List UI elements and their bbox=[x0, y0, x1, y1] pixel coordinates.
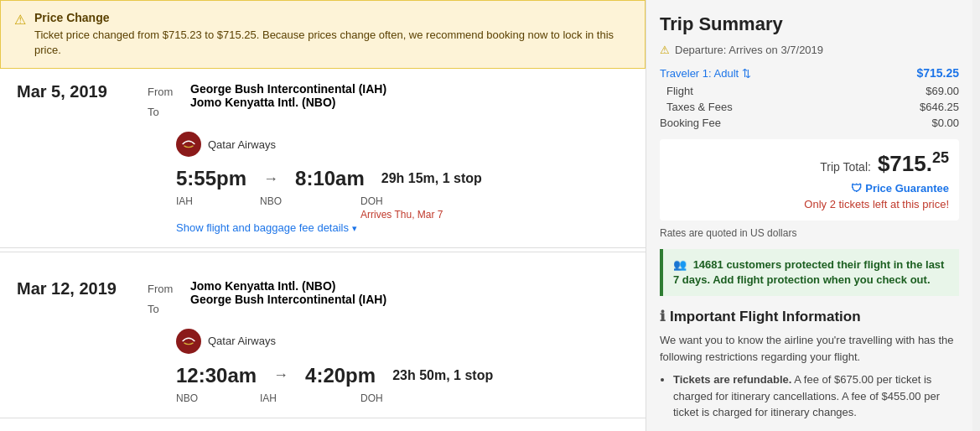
arrives-note-1: Arrives Thu, Mar 7 bbox=[360, 209, 443, 221]
important-bullet: Tickets are refundable. A fee of $675.00… bbox=[673, 371, 959, 421]
banner-title: Price Change bbox=[34, 11, 631, 24]
arrow-icon-2: → bbox=[273, 366, 288, 384]
stop-code-1: DOH bbox=[360, 195, 443, 207]
from-label-2: From bbox=[148, 279, 177, 299]
segment-2-date: Mar 12, 2019 bbox=[17, 279, 134, 299]
airline-logo-2 bbox=[176, 329, 201, 354]
route-info-1: George Bush Intercontinental (IAH) Jomo … bbox=[190, 82, 386, 109]
departure-warning-icon: ⚠ bbox=[660, 44, 670, 56]
flight-times-1: 5:55pm → 8:10am 29h 15m, 1 stop bbox=[176, 167, 629, 190]
price-guarantee-row: 🛡 Price Guarantee bbox=[670, 182, 949, 195]
route-to-2: George Bush Intercontinental (IAH) bbox=[190, 293, 386, 306]
from-label-1: From bbox=[148, 82, 177, 101]
info-icon: ℹ bbox=[660, 308, 665, 325]
protection-icon: 👥 bbox=[673, 258, 687, 271]
arrive-time-2: 4:20pm bbox=[305, 364, 376, 387]
airline-name-1: Qatar Airways bbox=[208, 138, 276, 151]
flight-segment-1: Mar 5, 2019 From To George Bush Intercon… bbox=[0, 69, 646, 248]
arrive-airport-1: NBO bbox=[260, 195, 344, 207]
traveler-row: Traveler 1: Adult ⇅ $715.25 bbox=[660, 66, 959, 80]
show-details-1[interactable]: Show flight and baggage fee details ▾ bbox=[176, 221, 357, 234]
price-guarantee-label: Price Guarantee bbox=[865, 182, 949, 195]
arrow-icon-1: → bbox=[263, 170, 278, 188]
stop-code-2: DOH bbox=[360, 392, 383, 404]
departure-info: ⚠ Departure: Arrives on 3/7/2019 bbox=[660, 44, 959, 56]
important-text: We want you to know the airline you're t… bbox=[660, 332, 959, 365]
booking-price: $0.00 bbox=[931, 117, 959, 129]
route-info-2: Jomo Kenyatta Intl. (NBO) George Bush In… bbox=[190, 279, 386, 306]
arrive-time-1: 8:10am bbox=[295, 167, 365, 190]
flight-fee-row: Flight $69.00 bbox=[660, 85, 959, 97]
airport-codes-1: IAH NBO DOH Arrives Thu, Mar 7 bbox=[176, 195, 629, 221]
total-amount: $715.25 bbox=[878, 149, 949, 177]
flight-price: $69.00 bbox=[926, 85, 959, 97]
airport-codes-2: NBO IAH DOH bbox=[176, 392, 629, 404]
tickets-left: Only 2 tickets left at this price! bbox=[670, 198, 949, 210]
warning-icon: ⚠ bbox=[14, 12, 26, 28]
important-title: ℹ Important Flight Information bbox=[660, 308, 959, 325]
depart-time-1: 5:55pm bbox=[176, 167, 246, 190]
airline-name-2: Qatar Airways bbox=[208, 335, 276, 347]
segment-1-date: Mar 5, 2019 bbox=[17, 82, 134, 101]
flight-times-2: 12:30am → 4:20pm 23h 50m, 1 stop bbox=[176, 364, 629, 387]
stop-airport-1: DOH Arrives Thu, Mar 7 bbox=[360, 195, 443, 221]
important-section: ℹ Important Flight Information We want y… bbox=[660, 308, 959, 421]
depart-time-2: 12:30am bbox=[176, 364, 257, 387]
sort-icon: ⇅ bbox=[742, 67, 751, 80]
banner-text: Ticket price changed from $715.23 to $71… bbox=[34, 28, 631, 58]
protection-banner: 👥 14681 customers protected their flight… bbox=[660, 249, 959, 296]
airline-logo-1 bbox=[176, 132, 201, 157]
shield-icon: 🛡 bbox=[851, 182, 862, 195]
taxes-price: $646.25 bbox=[920, 101, 959, 113]
total-row: Trip Total: $715.25 bbox=[670, 149, 949, 177]
booking-label: Booking Fee bbox=[660, 117, 721, 129]
route-from-1: George Bush Intercontinental (IAH) bbox=[190, 82, 386, 96]
depart-airport-2: NBO bbox=[176, 392, 243, 404]
stop-airport-2: DOH bbox=[360, 392, 383, 404]
important-list: Tickets are refundable. A fee of $675.00… bbox=[660, 371, 959, 421]
taxes-label: Taxes & Fees bbox=[666, 101, 733, 113]
flight-label: Flight bbox=[666, 85, 693, 97]
route-to-1: Jomo Kenyatta Intl. (NBO) bbox=[190, 96, 386, 109]
from-to-labels-2: From To bbox=[148, 279, 177, 319]
traveler-label: Traveler 1: Adult ⇅ bbox=[660, 67, 751, 80]
total-section: Trip Total: $715.25 🛡 Price Guarantee On… bbox=[660, 139, 959, 221]
route-from-2: Jomo Kenyatta Intl. (NBO) bbox=[190, 279, 386, 293]
trip-summary-sidebar: Trip Summary ⚠ Departure: Arrives on 3/7… bbox=[646, 0, 972, 431]
price-change-banner: ⚠ Price Change Ticket price changed from… bbox=[0, 0, 646, 69]
total-label: Trip Total: bbox=[820, 160, 871, 174]
to-label-2: To bbox=[148, 299, 177, 319]
duration-2: 23h 50m, 1 stop bbox=[392, 368, 493, 383]
airline-row-1: Qatar Airways bbox=[176, 132, 629, 157]
to-label-1: To bbox=[148, 102, 177, 122]
taxes-fee-row: Taxes & Fees $646.25 bbox=[660, 101, 959, 113]
traveler-price: $715.25 bbox=[916, 66, 959, 80]
flight-segment-2: Mar 12, 2019 From To Jomo Kenyatta Intl.… bbox=[0, 266, 646, 418]
duration-1: 29h 15m, 1 stop bbox=[381, 171, 482, 186]
booking-fee-row: Booking Fee $0.00 bbox=[660, 117, 959, 129]
sidebar-title: Trip Summary bbox=[660, 13, 959, 35]
airline-row-2: Qatar Airways bbox=[176, 329, 629, 354]
rates-note: Rates are quoted in US dollars bbox=[660, 227, 959, 239]
from-to-labels-1: From To bbox=[148, 82, 177, 122]
depart-airport-1: IAH bbox=[176, 195, 243, 207]
arrive-airport-2: IAH bbox=[260, 392, 344, 404]
